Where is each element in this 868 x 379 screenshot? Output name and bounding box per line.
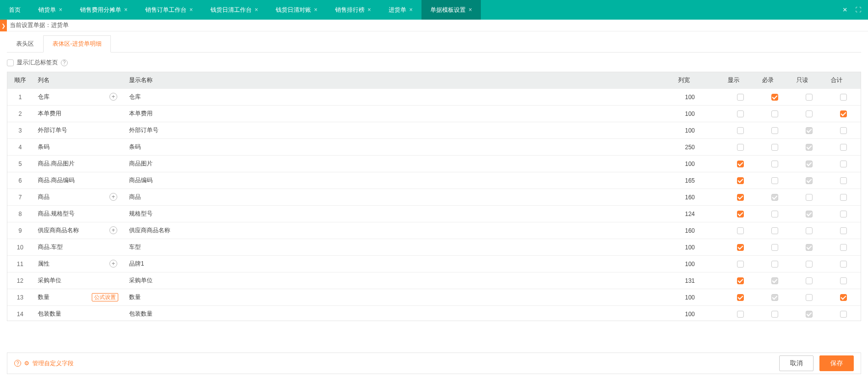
checkbox[interactable]: [806, 110, 813, 117]
close-icon[interactable]: ×: [124, 6, 128, 13]
cell-dispname[interactable]: 包装数量: [124, 306, 680, 321]
cell-width[interactable]: 100: [680, 239, 723, 256]
checkbox[interactable]: [771, 144, 778, 151]
checkbox[interactable]: [840, 244, 847, 251]
top-tab[interactable]: 钱货日清工作台×: [202, 0, 267, 20]
close-icon[interactable]: ×: [409, 6, 413, 13]
checkbox[interactable]: [840, 211, 847, 217]
close-icon[interactable]: ×: [255, 6, 258, 13]
table-row[interactable]: 1仓库+仓库100: [7, 89, 861, 106]
checkbox[interactable]: [840, 277, 847, 284]
checkbox[interactable]: [840, 227, 847, 234]
checkbox[interactable]: [771, 244, 778, 251]
checkbox[interactable]: [737, 277, 744, 284]
checkbox[interactable]: [737, 127, 744, 134]
checkbox[interactable]: [840, 294, 847, 301]
checkbox[interactable]: [737, 110, 744, 117]
checkbox[interactable]: [806, 194, 813, 201]
checkbox[interactable]: [771, 311, 778, 318]
fullscreen-icon[interactable]: ⛶: [855, 6, 861, 13]
cell-width[interactable]: 100: [680, 122, 723, 139]
close-icon[interactable]: ×: [469, 6, 472, 13]
add-icon[interactable]: +: [109, 226, 117, 234]
cell-dispname[interactable]: 数量: [124, 289, 680, 306]
top-tab[interactable]: 单据模板设置×: [421, 0, 481, 20]
checkbox[interactable]: [806, 277, 813, 284]
cell-width[interactable]: 100: [680, 306, 723, 321]
add-icon[interactable]: +: [109, 93, 117, 101]
checkbox[interactable]: [737, 294, 744, 301]
top-tab[interactable]: 销售排行榜×: [326, 0, 380, 20]
table-row[interactable]: 2本单费用本单费用100: [7, 106, 861, 122]
cell-width[interactable]: 160: [680, 222, 723, 239]
checkbox[interactable]: [771, 110, 778, 117]
top-tab[interactable]: 销售费用分摊单×: [71, 0, 136, 20]
cell-width[interactable]: 100: [680, 106, 723, 122]
top-tab[interactable]: 销售订单工作台×: [136, 0, 202, 20]
cell-dispname[interactable]: 外部订单号: [124, 122, 680, 139]
checkbox[interactable]: [840, 94, 847, 101]
cell-dispname[interactable]: 仓库: [124, 89, 680, 106]
top-tab[interactable]: 钱货日清对账×: [267, 0, 326, 20]
cell-width[interactable]: 131: [680, 272, 723, 289]
checkbox[interactable]: [840, 110, 847, 117]
checkbox[interactable]: [840, 177, 847, 184]
checkbox[interactable]: [737, 194, 744, 201]
close-all-icon[interactable]: ✕: [842, 6, 847, 13]
formula-button[interactable]: 公式设置: [92, 293, 118, 301]
table-row[interactable]: 9供应商商品名称+供应商商品名称160: [7, 222, 861, 239]
checkbox[interactable]: [771, 177, 778, 184]
close-icon[interactable]: ×: [189, 6, 193, 13]
close-icon[interactable]: ×: [59, 6, 62, 13]
checkbox[interactable]: [840, 194, 847, 201]
table-row[interactable]: 3外部订单号外部订单号100: [7, 122, 861, 139]
checkbox[interactable]: [806, 227, 813, 234]
table-row[interactable]: 13数量公式设置数量100: [7, 289, 861, 306]
add-icon[interactable]: +: [109, 193, 117, 201]
checkbox[interactable]: [737, 94, 744, 101]
cell-dispname[interactable]: 供应商商品名称: [124, 222, 680, 239]
cell-dispname[interactable]: 本单费用: [124, 106, 680, 122]
cell-dispname[interactable]: 采购单位: [124, 272, 680, 289]
add-icon[interactable]: +: [109, 260, 117, 268]
checkbox[interactable]: [737, 311, 744, 318]
checkbox[interactable]: [806, 294, 813, 301]
show-summary-checkbox[interactable]: [7, 59, 14, 66]
table-row[interactable]: 4条码条码250: [7, 139, 861, 156]
table-row[interactable]: 6商品.商品编码商品编码165: [7, 172, 861, 189]
table-row[interactable]: 11属性+品牌1100: [7, 256, 861, 272]
cell-width[interactable]: 100: [680, 156, 723, 172]
checkbox[interactable]: [840, 144, 847, 151]
checkbox[interactable]: [737, 144, 744, 151]
top-tab[interactable]: 进货单×: [380, 0, 421, 20]
checkbox[interactable]: [840, 311, 847, 318]
checkbox[interactable]: [737, 161, 744, 167]
checkbox[interactable]: [771, 211, 778, 217]
table-row[interactable]: 14包装数量包装数量100: [7, 306, 861, 321]
cell-width[interactable]: 165: [680, 172, 723, 189]
checkbox[interactable]: [737, 177, 744, 184]
sub-tab[interactable]: 表体区-进货单明细: [43, 35, 111, 53]
top-tab[interactable]: 首页: [0, 0, 29, 20]
cell-width[interactable]: 100: [680, 289, 723, 306]
expand-arrow-icon[interactable]: ❯: [0, 20, 7, 31]
table-row[interactable]: 7商品+商品160: [7, 189, 861, 206]
cell-width[interactable]: 100: [680, 256, 723, 272]
table-row[interactable]: 5商品.商品图片商品图片100: [7, 156, 861, 172]
close-icon[interactable]: ×: [314, 6, 317, 13]
checkbox[interactable]: [737, 244, 744, 251]
checkbox[interactable]: [806, 261, 813, 268]
cell-dispname[interactable]: 品牌1: [124, 256, 680, 272]
cell-width[interactable]: 160: [680, 189, 723, 206]
checkbox[interactable]: [737, 227, 744, 234]
checkbox[interactable]: [737, 261, 744, 268]
table-row[interactable]: 10商品.车型车型100: [7, 239, 861, 256]
top-tab[interactable]: 销货单×: [29, 0, 71, 20]
cell-dispname[interactable]: 商品编码: [124, 172, 680, 189]
checkbox[interactable]: [840, 127, 847, 134]
cell-dispname[interactable]: 条码: [124, 139, 680, 156]
cell-dispname[interactable]: 规格型号: [124, 206, 680, 222]
cell-dispname[interactable]: 车型: [124, 239, 680, 256]
cell-dispname[interactable]: 商品: [124, 189, 680, 206]
cell-dispname[interactable]: 商品图片: [124, 156, 680, 172]
